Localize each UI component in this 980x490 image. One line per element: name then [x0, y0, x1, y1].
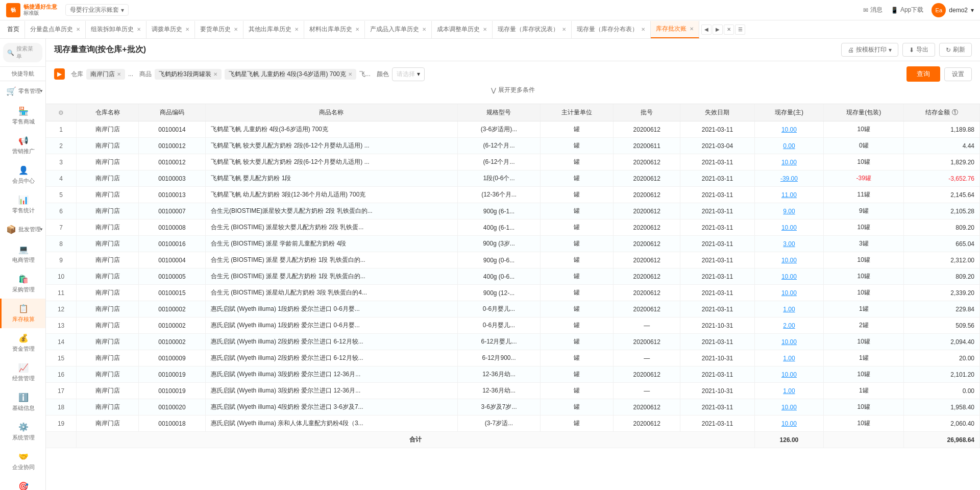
row-qty-main[interactable]: 10.00: [754, 366, 824, 383]
row-qty-main[interactable]: 10.00: [754, 415, 824, 432]
tab-close-zuhe[interactable]: ✕: [137, 27, 141, 32]
app-download-btn[interactable]: 📱 App下载: [891, 6, 923, 14]
user-profile[interactable]: Ea demo2 ▾: [932, 3, 974, 17]
warehouse-tag-close[interactable]: ✕: [117, 71, 121, 77]
sidebar-item-basic-info[interactable]: ℹ️ 基础信息: [0, 387, 45, 417]
row-qty-main[interactable]: 2.00: [754, 317, 824, 334]
row-num: 17: [46, 383, 77, 399]
row-qty-pack: 11罐: [824, 187, 904, 203]
warehouse-tag-nanan[interactable]: 南岸门店 ✕: [86, 69, 125, 80]
table-row: 16 南岸门店 00100019 惠氏启賦 (Wyeth illuma) 3段奶…: [46, 366, 980, 383]
row-code: 00100002: [138, 317, 205, 334]
row-qty-main[interactable]: 10.00: [754, 154, 824, 170]
row-qty-main[interactable]: 10.00: [754, 268, 824, 285]
row-qty-main[interactable]: 1.00: [754, 301, 824, 317]
tab-close-chengpin[interactable]: ✕: [422, 27, 426, 32]
sidebar-item-wholesale[interactable]: 📦 批发管理: [0, 219, 45, 239]
row-qty-main[interactable]: 3.00: [754, 236, 824, 252]
setting-btn[interactable]: 设置: [944, 67, 972, 81]
workspace-selector[interactable]: 母婴行业演示账套 ▾: [65, 4, 129, 16]
message-btn[interactable]: ✉ 消息: [863, 6, 883, 14]
tab-close-tiaob[interactable]: ✕: [185, 27, 189, 32]
tab-nav-close[interactable]: ✕: [724, 24, 734, 35]
tab-tiaob[interactable]: 调拨单历史 ✕: [146, 21, 195, 38]
tab-nav-left[interactable]: ◀: [701, 24, 712, 35]
row-name: 惠氏启賦 (Wyeth illuma) 亲和人体儿童配方奶粉4段（3...: [205, 415, 457, 432]
sidebar-item-retail-mgmt[interactable]: 🛒 零售管理: [0, 81, 45, 101]
row-batch: —: [614, 350, 680, 366]
tab-close-qita[interactable]: ✕: [295, 27, 299, 32]
refresh-btn[interactable]: ↻ 刷新: [939, 43, 972, 57]
sidebar-item-retail-mall[interactable]: 🏪 零售商城: [0, 101, 45, 131]
tab-chengben[interactable]: 成本调整单历史 ✕: [432, 21, 493, 38]
tab-fenpan[interactable]: 分量盘点单历史 ✕: [25, 21, 86, 38]
row-num: 15: [46, 350, 77, 366]
row-spec: 12-36月幼...: [457, 366, 541, 383]
sidebar-item-operation[interactable]: 📈 经营管理: [0, 358, 45, 387]
search-menu-box[interactable]: 🔍 搜索菜单: [3, 43, 42, 62]
tab-close-xiancun2[interactable]: ✕: [641, 27, 645, 32]
sidebar-shortcut[interactable]: 快捷导航: [0, 67, 45, 81]
col-gear[interactable]: ⚙: [46, 104, 77, 121]
col-qty-main: 现存量(主): [754, 104, 824, 121]
tab-close-chengben[interactable]: ✕: [483, 27, 487, 32]
expand-conditions-btn[interactable]: ⋁ 展开更多条件: [491, 86, 535, 94]
tab-nav-right[interactable]: ▶: [713, 24, 723, 35]
sidebar-item-marketing[interactable]: 📢 营销推广: [0, 131, 45, 160]
goods-tag-1[interactable]: 飞鹤奶粉3段两罐装 ✕: [155, 69, 222, 80]
tab-yaohuo[interactable]: 要货单历史 ✕: [195, 21, 243, 38]
row-amount: 509.56: [904, 317, 980, 334]
search-btn[interactable]: 查询: [906, 66, 940, 82]
goods-tag-2-close[interactable]: ✕: [348, 71, 352, 77]
row-qty-main[interactable]: 10.00: [754, 252, 824, 268]
sidebar-item-purchase[interactable]: 🛍️ 采购管理: [0, 269, 45, 299]
row-qty-main[interactable]: 10.00: [754, 219, 824, 236]
tab-close-xiancun1[interactable]: ✕: [562, 27, 566, 32]
goods-filter: 商品 飞鹤奶粉3段两罐装 ✕ 飞鹤星飞帆 儿童奶粉 4段(3-6岁适用) 700…: [139, 69, 371, 80]
row-qty-pack: 10罐: [824, 121, 904, 138]
tab-qita[interactable]: 其他出库单历史 ✕: [243, 21, 304, 38]
sidebar-item-ecommerce[interactable]: 💻 电商管理: [0, 239, 45, 269]
row-amount: 2,094.40: [904, 334, 980, 350]
row-qty-main[interactable]: 9.00: [754, 203, 824, 219]
sidebar-item-finance[interactable]: 💰 资金管理: [0, 328, 45, 358]
row-qty-main[interactable]: 10.00: [754, 399, 824, 415]
tab-kucun-pici[interactable]: 库存批次账 ✕: [651, 21, 699, 38]
tab-nav-menu[interactable]: ☰: [735, 24, 745, 35]
sidebar-item-inventory[interactable]: 📋 库存核算: [0, 299, 45, 328]
tab-zuhe[interactable]: 组装拆卸单历史 ✕: [86, 21, 146, 38]
goods-tag-1-close[interactable]: ✕: [213, 71, 217, 77]
sidebar-item-guide[interactable]: 🎯 新手引导: [0, 476, 45, 490]
row-spec: 900g (0-6...: [457, 252, 541, 268]
tab-close-fenpan[interactable]: ✕: [76, 27, 80, 32]
tab-close-kucun-pici[interactable]: ✕: [690, 26, 694, 32]
filter-toggle-btn[interactable]: ▶: [54, 68, 65, 80]
row-qty-main[interactable]: 10.00: [754, 285, 824, 301]
sidebar-item-enterprise[interactable]: 🤝 企业协同: [0, 447, 45, 476]
sidebar-item-system[interactable]: ⚙️ 系统管理: [0, 417, 45, 447]
tab-cailiao[interactable]: 材料出库单历史 ✕: [304, 21, 365, 38]
goods-tag-2[interactable]: 飞鹤星飞帆 儿童奶粉 4段(3-6岁适用) 700克 ✕: [225, 69, 356, 80]
tab-close-yaohuo[interactable]: ✕: [234, 27, 238, 32]
row-qty-main[interactable]: 0.00: [754, 138, 824, 154]
row-qty-main[interactable]: 1.00: [754, 383, 824, 399]
tab-xiancun2[interactable]: 现存量（库存分布表） ✕: [572, 21, 651, 38]
color-select[interactable]: 请选择 ▾: [392, 67, 425, 81]
table-row: 5 南岸门店 00100013 飞鹤星飞帆 幼儿配方奶粉 3段(12-36个月幼…: [46, 187, 980, 203]
row-qty-main[interactable]: 10.00: [754, 334, 824, 350]
row-expire: 2021-03-11: [680, 415, 754, 432]
print-btn[interactable]: 🖨 按模板打印 ▾: [841, 43, 898, 57]
tab-chengpin[interactable]: 产成品入库单历史 ✕: [365, 21, 432, 38]
sidebar-item-retail-stats[interactable]: 📊 零售统计: [0, 190, 45, 219]
sidebar-item-member[interactable]: 👤 会员中心: [0, 160, 45, 190]
tab-close-cailiao[interactable]: ✕: [355, 27, 359, 32]
tab-xiancun1[interactable]: 现存量（库存状况表） ✕: [493, 21, 572, 38]
row-qty-main[interactable]: -39.00: [754, 170, 824, 187]
tab-home[interactable]: 首页: [2, 21, 25, 38]
row-qty-main[interactable]: 11.00: [754, 187, 824, 203]
export-btn[interactable]: ⬇ 导出: [902, 43, 935, 57]
row-qty-main[interactable]: 10.00: [754, 121, 824, 138]
sidebar-search-area[interactable]: 🔍 搜索菜单: [0, 39, 45, 67]
table-row: 17 南岸门店 00100019 惠氏启賦 (Wyeth illuma) 3段奶…: [46, 383, 980, 399]
row-qty-main[interactable]: 1.00: [754, 350, 824, 366]
